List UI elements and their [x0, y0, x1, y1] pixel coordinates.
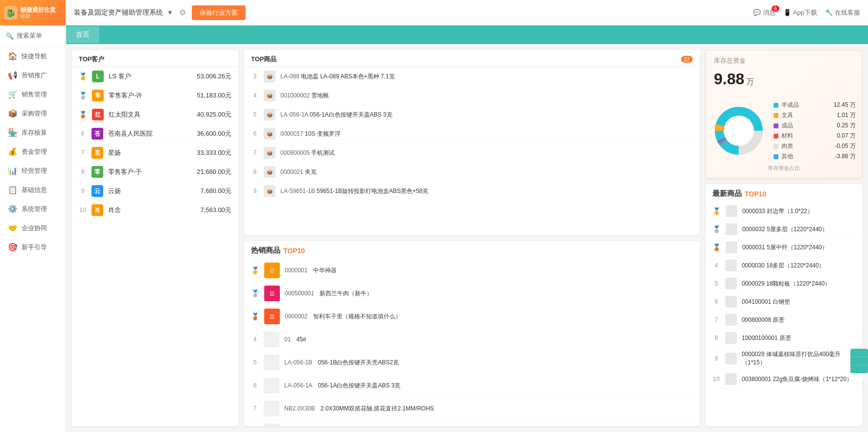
customer-name: 肖念: [108, 206, 195, 215]
latest-product-image: [725, 373, 737, 385]
topbar-trial-button[interactable]: 体验行业方案: [192, 5, 246, 20]
latest-rank-medal: 🥈: [712, 225, 721, 233]
product-info: 0000017 10S 变频罗浮: [280, 130, 693, 138]
rank-num: 3: [251, 73, 259, 80]
customer-item: 8 零 零售客户-于 21,680.00元: [72, 163, 238, 182]
hot-product-image: [264, 378, 279, 393]
sidebar-item-guide[interactable]: 🎯新手引导: [0, 238, 66, 257]
latest-product-code: 0000028: [742, 351, 765, 358]
search-menu-button[interactable]: 🔍 搜索菜单: [4, 29, 62, 42]
latest-product-item: 🥈 0000032 5厘多层（1220*2440）: [706, 220, 862, 239]
sidebar-item-operations[interactable]: 📊经营管理: [0, 161, 66, 180]
latest-product-image: [725, 314, 737, 326]
sidebar-item-sales[interactable]: 🛒销售管理: [0, 85, 66, 104]
float-bar-item-direct[interactable]: 直播: [850, 365, 868, 373]
legend-value: -0.05 万: [835, 142, 856, 150]
nav-label-marketing: 营销推广: [22, 71, 47, 80]
rank-num: 8: [251, 168, 259, 175]
customer-item: 10 肖 肖念 7,563.00元: [72, 201, 238, 220]
customer-item: 9 云 云扬 7,680.00元: [72, 182, 238, 201]
hot-rank-medal: 🥈: [251, 289, 259, 297]
sidebar-search[interactable]: 🔍 搜索菜单: [0, 25, 66, 47]
latest-product-info: 004100001 白钢垫: [742, 298, 855, 306]
hot-product-info: 01 45#: [284, 336, 693, 343]
customer-avatar: 苍: [91, 128, 103, 140]
sidebar-item-purchase[interactable]: 📦采购管理: [0, 104, 66, 123]
latest-product-item: 5 0000029 18颗粒板（1220*2440）: [706, 275, 862, 293]
latest-rank-num: 5: [712, 280, 720, 287]
hot-product-code: NB2.0X30B: [284, 405, 315, 412]
sidebar-item-finance[interactable]: 💰资金管理: [0, 142, 66, 161]
latest-product-info: 003800001 22g鱼豆腐-烧烤味（1*12*20）: [742, 375, 855, 384]
latest-product-code: 0000029: [742, 280, 765, 287]
hot-product-name: 智利车子里（规格不知道填什么）: [313, 313, 401, 320]
customer-name: 星扬: [108, 148, 192, 157]
rank-num: 8: [79, 168, 87, 175]
customer-name: 零售客户-许: [109, 91, 192, 100]
customer-amount: 51,183.00元: [197, 91, 231, 100]
hot-rank-num: 5: [251, 359, 259, 366]
sidebar-nav: 🏠快捷导航📢营销推广🛒销售管理📦采购管理🏪库存核算💰资金管理📊经营管理📋基础信息…: [0, 47, 66, 432]
nav-label-sales: 销售管理: [22, 90, 47, 99]
topbar-right: 💬 消息 6 📱 App下载 🔧 在线客服: [753, 8, 860, 17]
online-service-button[interactable]: 🔧 在线客服: [825, 8, 860, 17]
latest-product-name: 18颗粒板（1220*2440）: [766, 280, 830, 287]
svg-point-5: [725, 117, 753, 144]
nav-icon-operations: 📊: [8, 166, 18, 175]
rank-num: 7: [79, 149, 87, 156]
customer-amount: 21,680.00元: [197, 168, 231, 176]
customer-amount: 53,006.26元: [197, 72, 231, 81]
left-column: TOP客户 🥇 L LS 客户 53,006.26元 🥈 零 零售客户-许 51…: [72, 50, 238, 426]
topbar-dropdown-button[interactable]: ▼: [167, 9, 173, 16]
nav-label-finance: 资金管理: [22, 147, 47, 156]
float-bar-item-service-community[interactable]: 服务社区: [850, 357, 868, 365]
legend-value: 0.07 万: [837, 132, 856, 140]
latest-rank-num: 9: [712, 355, 720, 362]
customers-panel: TOP客户 🥇 L LS 客户 53,006.26元 🥈 零 零售客户-许 51…: [72, 50, 238, 426]
sidebar-item-system[interactable]: ⚙️系统管理: [0, 199, 66, 218]
product-name: 59651-1B旋转投影灯电池盒ABS黑色+58克: [317, 188, 428, 194]
latest-product-code: 000800008: [742, 316, 771, 323]
latest-product-image: [726, 241, 737, 253]
topbar-settings-button[interactable]: ⚙: [179, 8, 186, 17]
legend-name: 文具: [781, 111, 834, 120]
customer-amount: 36,600.00元: [197, 129, 231, 138]
nav-icon-marketing: 📢: [8, 71, 18, 80]
app-download-button[interactable]: 📱 App下载: [783, 8, 817, 17]
sidebar-item-enterprise[interactable]: 🤝企业协同: [0, 218, 66, 238]
customer-list: 🥇 L LS 客户 53,006.26元 🥈 零 零售客户-许 51,183.0…: [72, 67, 238, 220]
sidebar-item-base-info[interactable]: 📋基础信息: [0, 180, 66, 199]
product-info: LA-089 电池盖 LA-089 ABS本色+黑种 7.1克: [280, 72, 693, 81]
latest-product-info: 10000100001 原垄: [742, 334, 855, 342]
mid-column: TOP商品 22 3 📦 LA-089 电池盖 LA-089 ABS本色+黑种 …: [244, 50, 700, 426]
top-products-list: 3 📦 LA-089 电池盖 LA-089 ABS本色+黑种 7.1克 4 📦 …: [244, 67, 700, 201]
latest-product-code: 003800001: [742, 376, 771, 383]
product-code: LA-089: [280, 73, 299, 80]
product-image: 📦: [264, 185, 275, 197]
top-product-item: 6 📦 0000017 10S 变频罗浮: [244, 124, 700, 144]
top-products-badge: 22: [681, 56, 693, 63]
customer-name: 零售客户-于: [108, 168, 192, 176]
float-bar-item-service-hotline[interactable]: 客服热线: [850, 349, 868, 357]
latest-products-list: 🥇 0000033 封边带（1.0*22） 🥈 0000032 5厘多层（122…: [706, 202, 862, 388]
sidebar-item-inventory[interactable]: 🏪库存核算: [0, 123, 66, 142]
nav-icon-finance: 💰: [8, 147, 18, 156]
nav-label-base-info: 基础信息: [22, 186, 47, 194]
hot-product-item: 🥇 🖼 0000001 中华神器: [244, 259, 700, 282]
hot-product-item: 7 NB2.0X30B 2.0X30MM双搓花轴,搓花直径2.1MM/ROHS: [244, 397, 700, 420]
phone-icon: 📱: [783, 9, 791, 16]
online-service-label: 在线客服: [835, 8, 860, 17]
sidebar-item-quick-nav[interactable]: 🏠快捷导航: [0, 47, 66, 66]
right-column: 库存总资金 9.88 万: [706, 50, 862, 426]
latest-rank-num: 10: [712, 376, 720, 383]
legend-item: 半成品 12.45 万: [774, 100, 856, 110]
sidebar-item-marketing[interactable]: 📢营销推广: [0, 66, 66, 85]
latest-rank-medal: 🥇: [712, 207, 721, 215]
hot-products-title: 热销商品: [251, 246, 280, 255]
legend-dot: [774, 113, 778, 118]
latest-products-top-label: TOP10: [745, 190, 766, 198]
latest-product-info: 0000032 5厘多层（1220*2440）: [742, 225, 855, 234]
tab-home[interactable]: 首页: [66, 26, 99, 43]
message-button[interactable]: 💬 消息 6: [753, 8, 776, 17]
latest-product-name: 5厘中纤（1220*2440）: [767, 244, 828, 251]
